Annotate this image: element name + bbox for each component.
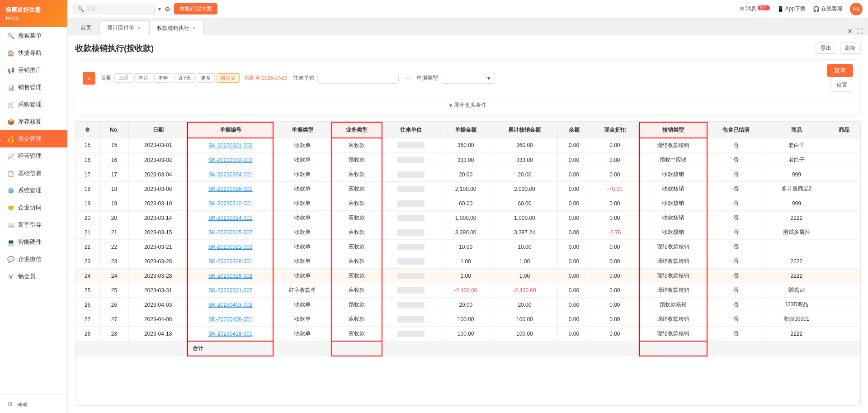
bill-no-link[interactable]: SK-20230321-003 [208, 244, 252, 250]
this-month-btn[interactable]: 本月 [134, 73, 152, 83]
cell-date: 2023-03-31 [128, 283, 188, 298]
cell-cumulative: 3,387.24 [491, 225, 558, 240]
topbar-gear-icon[interactable]: ⚙ [165, 5, 170, 13]
sidebar-item-enterprise[interactable]: 🤝企业协同 [0, 199, 67, 216]
notification-item[interactable]: ✉ 消息 99+ [740, 5, 770, 13]
total-cell [640, 341, 707, 356]
bill-no-link[interactable]: SK-20230328-002 [208, 273, 252, 279]
bill-no-link[interactable]: SK-20230315-002 [208, 229, 252, 236]
sidebar-item-guide[interactable]: 📖新手引导 [0, 216, 67, 233]
last-7days-btn[interactable]: 近7天 [174, 73, 195, 83]
sidebar-item-wechat[interactable]: 💬企业微信 [0, 251, 67, 268]
sidebar-item-system[interactable]: ⚙️系统管理 [0, 182, 67, 199]
cell-biz-type: 应收款 [332, 211, 382, 225]
bill-no-link[interactable]: SK-20230408-001 [208, 316, 252, 323]
more-date-btn[interactable]: 更多 [197, 73, 215, 83]
bill-no-link[interactable]: SK-20230403-002 [208, 302, 252, 308]
sidebar-item-purchase[interactable]: 🛒采购管理 [0, 96, 67, 113]
cell-bill-type: 收款单 [273, 298, 332, 312]
counterparty-input[interactable] [317, 73, 399, 84]
filter-expand-btn[interactable]: ▾ 展开更多条件 [83, 99, 853, 111]
bill-no-link[interactable]: SK-20230304-001 [208, 171, 252, 178]
industry-btn[interactable]: 体验行业方案 [174, 3, 217, 14]
export-btn[interactable]: 导出 [816, 43, 836, 54]
cell-no: 19 [75, 196, 100, 211]
bill-no-link[interactable]: SK-20230308-001 [208, 186, 252, 192]
cell-include-settled: 否 [707, 196, 765, 211]
sidebar-item-sales[interactable]: 📊销售管理 [0, 79, 67, 96]
cell-balance: 0.00 [558, 138, 590, 153]
tab-receipt-exec[interactable]: 收款核销执行✕ [149, 21, 203, 35]
headset-icon: 🎧 [813, 6, 820, 12]
cell-bill-no: SK-20230331-002 [188, 283, 273, 298]
search-menu-icon: 🔍 [7, 33, 14, 39]
cell-cancel-type: 收款核销 [640, 167, 707, 182]
total-cell [332, 341, 382, 356]
cell-goods: 多计量商品2 [765, 182, 828, 196]
filter-toggle-btn[interactable]: » [83, 72, 95, 85]
filter-settings-btn[interactable]: 设置 [830, 79, 853, 92]
filter-counterparty-group: 往来单位 [293, 73, 399, 84]
user-avatar[interactable]: Rit [850, 3, 863, 15]
cell-goods: 2222 [765, 269, 828, 283]
bill-no-link[interactable]: SK-20230301-002 [208, 142, 252, 149]
last-month-btn[interactable]: 上月 [114, 73, 132, 83]
collapse-icon[interactable]: ◀◀ [17, 400, 27, 408]
refresh-btn[interactable]: 刷新 [840, 43, 861, 54]
bill-type-select[interactable]: ▾ [441, 73, 495, 84]
custom-date-btn[interactable]: 自定义 [217, 73, 240, 83]
cell-date: 2023-03-01 [128, 138, 188, 153]
th-balance: 余额 [558, 122, 590, 138]
guide-icon: 📖 [7, 222, 14, 228]
filter-more-dots: ··· [404, 73, 411, 83]
bill-no-link[interactable]: SK-20230314-001 [208, 215, 252, 221]
sidebar-item-operation[interactable]: 📈经营管理 [0, 147, 67, 165]
tab-close-payable[interactable]: ✕ [137, 25, 141, 30]
cell-cumulative: 1.00 [491, 254, 558, 269]
main-area: 🔍 搜索... ▾ ⚙ 体验行业方案 ✉ 消息 99+ 📱 App下载 🎧 在线… [68, 0, 868, 413]
th-gear[interactable]: ⚙ [75, 122, 100, 138]
cell-bill-no: SK-20230301-002 [188, 138, 273, 153]
query-btn[interactable]: 查询 [827, 64, 853, 77]
table-row: 28 28 2023-04-18 SK-20230418-001 收款单 应收款… [75, 327, 860, 342]
tab-close-receipt-exec[interactable]: ✕ [192, 26, 196, 31]
sidebar-item-marketing[interactable]: 📢营销推广 [0, 62, 67, 79]
sidebar-item-inventory[interactable]: 📦库存核算 [0, 113, 67, 130]
sidebar-item-quick-nav[interactable]: 🏠快捷导航 [0, 44, 67, 62]
cell-no: 18 [75, 182, 100, 196]
sidebar-item-member[interactable]: V畅会员 [0, 268, 67, 285]
bill-no-link[interactable]: SK-20230302-002 [208, 157, 252, 163]
page-title: 收款核销执行(按收款) [75, 43, 154, 54]
cell-biz-type: 应收款 [332, 167, 382, 182]
sidebar-item-search-menu[interactable]: 🔍搜索菜单 [0, 27, 67, 44]
operation-icon: 📈 [7, 153, 14, 160]
table-row: 22 22 2023-03-21 SK-20230321-003 收款单 应收款… [75, 240, 860, 254]
sidebar-item-finance[interactable]: 💰资金管理 [0, 130, 67, 147]
bill-no-link[interactable]: SK-20230331-002 [208, 287, 252, 294]
topbar-dropdown[interactable]: ▾ [158, 6, 161, 12]
bill-no-link[interactable]: SK-20230328-001 [208, 258, 252, 265]
tab-home[interactable]: 首页 [73, 20, 99, 35]
cell-bill-type: 收款单 [273, 254, 332, 269]
tab-payable[interactable]: 预计应付单✕ [99, 20, 148, 35]
table-row: 26 26 2023-04-03 SK-20230403-002 收款单 预收款… [75, 298, 860, 312]
maximize-icon[interactable]: ⛶ [856, 28, 863, 35]
finance-icon: 💰 [7, 136, 14, 142]
cell-counterparty [382, 312, 440, 327]
bill-no-link[interactable]: SK-20230310-001 [208, 200, 252, 207]
cell-date: 2023-03-21 [128, 240, 188, 254]
sidebar-bottom: ⚙ ◀◀ [0, 394, 67, 413]
cell-cumulative: 20.00 [491, 298, 558, 312]
tab-label-payable: 预计应付单 [107, 24, 134, 32]
bill-no-link[interactable]: SK-20230418-001 [208, 331, 252, 337]
sidebar-item-hardware[interactable]: 💻智能硬件 [0, 233, 67, 251]
settings-bottom-icon[interactable]: ⚙ [7, 400, 13, 408]
cell-goods2 [828, 167, 860, 182]
close-tab-icon[interactable]: ✕ [847, 28, 853, 35]
sidebar-item-basic[interactable]: 📋基础信息 [0, 165, 67, 182]
app-download-item[interactable]: 📱 App下载 [777, 5, 806, 13]
this-year-btn[interactable]: 本年 [154, 73, 172, 83]
cell-counterparty [382, 138, 440, 153]
online-service-item[interactable]: 🎧 在线客服 [813, 5, 843, 13]
cell-goods: 999 [765, 196, 828, 211]
